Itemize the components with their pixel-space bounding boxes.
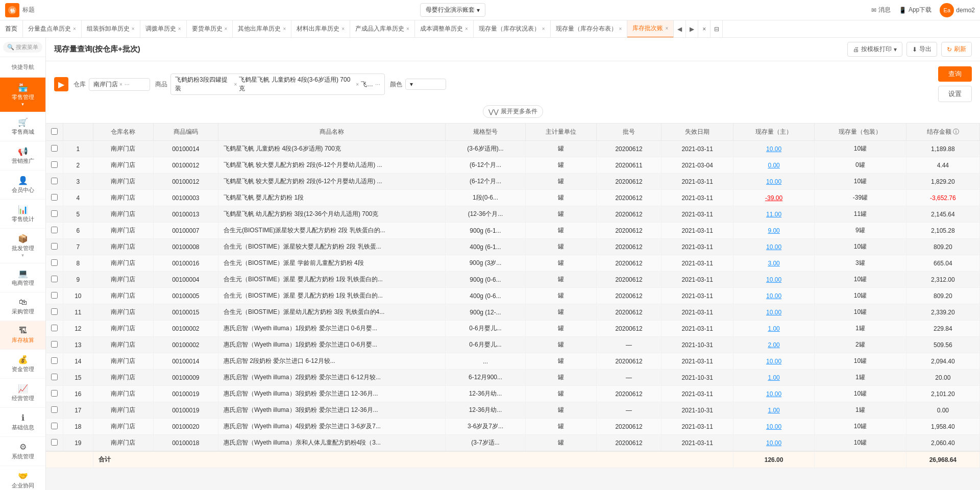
row-checkbox-9[interactable]: [46, 288, 63, 304]
row-qty-12[interactable]: 2.00: [733, 337, 815, 353]
row-select-10[interactable]: [51, 308, 58, 315]
tab-6-close[interactable]: ×: [341, 26, 345, 32]
row-qty-16[interactable]: 1.00: [733, 402, 815, 419]
row-qty-8[interactable]: 10.00: [733, 272, 815, 288]
tab-11-close[interactable]: ×: [665, 26, 668, 31]
row-qty-4[interactable]: 11.00: [733, 206, 815, 223]
row-qty-9[interactable]: 10.00: [733, 288, 815, 304]
tab-6[interactable]: 材料出库单历史 ×: [291, 20, 350, 38]
row-select-13[interactable]: [51, 357, 58, 364]
row-select-9[interactable]: [51, 292, 58, 299]
row-checkbox-14[interactable]: [46, 370, 63, 386]
row-qty-13[interactable]: 10.00: [733, 353, 815, 370]
sidebar-item-retail-stats[interactable]: 📊 零售统计: [0, 200, 45, 229]
tab-3-close[interactable]: ×: [178, 26, 181, 32]
tab-8[interactable]: 成本调整单历史 ×: [415, 20, 474, 38]
row-select-1[interactable]: [51, 161, 58, 168]
setting-btn[interactable]: 设置: [938, 86, 972, 102]
row-select-6[interactable]: [51, 243, 58, 250]
tab-10[interactable]: 现存量（库存分布表） ×: [551, 20, 628, 38]
row-qty-2[interactable]: 10.00: [733, 174, 815, 190]
color-dropdown[interactable]: ▾: [405, 79, 446, 90]
product-tag-2-close[interactable]: ×: [356, 82, 359, 87]
tab-4[interactable]: 要货单历史 ×: [187, 20, 233, 38]
row-checkbox-11[interactable]: [46, 321, 63, 337]
row-qty-1[interactable]: 0.00: [733, 157, 815, 174]
sidebar-item-marketing[interactable]: 📢 营销推广: [0, 141, 45, 170]
expand-more-btn[interactable]: ⋁⋁ 展开更多条件: [483, 105, 543, 118]
tab-11[interactable]: 库存批次账 ×: [627, 20, 674, 38]
row-checkbox-15[interactable]: [46, 386, 63, 402]
row-qty-18[interactable]: 10.00: [733, 435, 815, 452]
sidebar-item-wholesale[interactable]: 📦 批发管理 ▼: [0, 229, 45, 263]
sidebar-search-box[interactable]: 🔍 搜索菜单: [3, 42, 42, 53]
product-filter-box[interactable]: 飞鹤奶粉3段四罐提装 × 飞鹤星飞帆 儿童奶粉 4段(3-6岁适用) 700克 …: [170, 74, 385, 95]
row-select-15[interactable]: [51, 390, 58, 397]
row-qty-10[interactable]: 10.00: [733, 304, 815, 321]
row-select-18[interactable]: [51, 439, 58, 446]
row-checkbox-16[interactable]: [46, 402, 63, 419]
row-qty-17[interactable]: 10.00: [733, 419, 815, 435]
tab-7[interactable]: 产成品入库单历史 ×: [350, 20, 415, 38]
select-all-checkbox[interactable]: [51, 128, 58, 135]
query-btn[interactable]: 查询: [938, 66, 972, 82]
row-select-12[interactable]: [51, 341, 58, 348]
tab-close-all[interactable]: ×: [698, 20, 710, 38]
row-checkbox-17[interactable]: [46, 419, 63, 435]
row-qty-3[interactable]: -39.00: [733, 190, 815, 206]
row-qty-15[interactable]: 10.00: [733, 386, 815, 402]
tab-5[interactable]: 其他出库单历史 ×: [233, 20, 291, 38]
row-qty-7[interactable]: 3.00: [733, 255, 815, 272]
sidebar-item-basic-info[interactable]: ℹ 基础信息: [0, 408, 45, 437]
sidebar-item-member[interactable]: 👤 会员中心: [0, 170, 45, 200]
tab-9[interactable]: 现存量（库存状况表） ×: [474, 20, 551, 38]
row-select-7[interactable]: [51, 259, 58, 266]
tab-scroll-right[interactable]: ▶: [686, 20, 698, 38]
row-qty-11[interactable]: 1.00: [733, 321, 815, 337]
row-select-11[interactable]: [51, 325, 58, 331]
row-select-2[interactable]: [51, 178, 58, 184]
tab-1[interactable]: 分量盘点单历史 ×: [23, 20, 82, 38]
row-checkbox-8[interactable]: [46, 272, 63, 288]
product-filter-dots[interactable]: ···: [375, 81, 380, 88]
product-tag-1-close[interactable]: ×: [234, 82, 237, 87]
export-btn[interactable]: ⬇ 导出: [906, 42, 937, 57]
filter-toggle-btn[interactable]: ▶: [54, 77, 68, 91]
row-checkbox-13[interactable]: [46, 353, 63, 370]
row-select-14[interactable]: [51, 374, 58, 380]
message-btn[interactable]: ✉ 消息: [871, 6, 891, 14]
row-checkbox-7[interactable]: [46, 255, 63, 272]
tab-5-close[interactable]: ×: [283, 26, 286, 32]
tab-menu[interactable]: ⊟: [710, 20, 723, 38]
sidebar-item-inventory[interactable]: 🏗 库存核算: [0, 321, 45, 350]
row-qty-5[interactable]: 9.00: [733, 223, 815, 239]
row-select-4[interactable]: [51, 210, 58, 217]
tab-scroll-left[interactable]: ◀: [674, 20, 686, 38]
tab-home[interactable]: 首页: [0, 20, 23, 38]
sidebar-item-system[interactable]: ⚙ 系统管理: [0, 437, 45, 466]
sidebar-item-corp-collab[interactable]: 🤝 企业协同: [0, 466, 45, 490]
row-checkbox-5[interactable]: [46, 223, 63, 239]
tab-2[interactable]: 组装拆卸单历史 ×: [82, 20, 140, 38]
row-checkbox-3[interactable]: [46, 190, 63, 206]
org-selector[interactable]: 母婴行业演示账套 ▾: [420, 3, 485, 17]
row-qty-14[interactable]: 1.00: [733, 370, 815, 386]
tab-9-close[interactable]: ×: [542, 26, 545, 32]
tab-4-close[interactable]: ×: [225, 26, 228, 32]
print-btn[interactable]: 🖨 按模板打印 ▾: [847, 42, 902, 57]
tab-3[interactable]: 调拨单历史 ×: [140, 20, 187, 38]
row-select-5[interactable]: [51, 227, 58, 233]
sidebar-item-finance[interactable]: 💰 资金管理: [0, 350, 45, 379]
warehouse-filter-dots[interactable]: ···: [125, 81, 130, 88]
row-checkbox-4[interactable]: [46, 206, 63, 223]
row-checkbox-2[interactable]: [46, 174, 63, 190]
tab-2-close[interactable]: ×: [132, 26, 135, 32]
row-checkbox-12[interactable]: [46, 337, 63, 353]
refresh-btn[interactable]: ↻ 刷新: [941, 42, 972, 57]
row-select-17[interactable]: [51, 423, 58, 429]
tab-1-close[interactable]: ×: [73, 26, 76, 32]
row-checkbox-18[interactable]: [46, 435, 63, 452]
sidebar-item-purchase[interactable]: 🛍 采购管理: [0, 292, 45, 321]
row-select-0[interactable]: [51, 145, 58, 152]
row-select-16[interactable]: [51, 406, 58, 413]
